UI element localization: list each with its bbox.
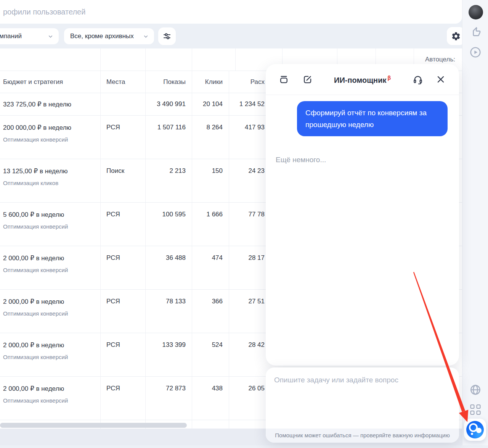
user-avatar[interactable] [469,5,483,19]
strategy-label: Оптимизация конверсий [3,354,96,360]
thumbs-up-icon[interactable] [469,26,482,38]
group-header-autogoal: Автоцель: [425,56,455,63]
column-divider [192,48,192,71]
user-message-bubble: Сформируй отчёт по конверсиям за прошедш… [297,101,448,136]
campaign-types-label: ы кампаний [0,32,22,40]
column-divider [145,71,146,429]
budget-value: 2 000,00 ₽ в неделю [3,385,96,393]
apps-grid-icon[interactable] [470,404,480,415]
places-cell: РСЯ [100,203,145,246]
assistant-title: ИИ-помощникβ [266,75,459,85]
column-divider [229,71,229,429]
strategy-label: Оптимизация кликов [3,180,96,186]
assistant-panel-header: ИИ-помощникβ [266,64,459,95]
strategy-label: Оптимизация конверсий [3,397,96,404]
assistant-input[interactable]: Опишите задачу или задайте вопрос [266,367,459,429]
yandex-direct-campaigns-page: рофили пользователей ы кампаний Все, кро… [0,0,488,448]
places-cell: РСЯ [100,333,145,376]
column-divider [192,71,192,429]
shows-cell: 72 873 [145,377,192,420]
clicks-cell: 524 [192,333,229,376]
places-cell: РСЯ [100,116,145,159]
assistant-status-text: Ещё немного... [276,156,326,164]
strategy-label: Оптимизация конверсий [3,310,96,317]
shows-cell: 36 488 [145,246,192,289]
clicks-cell: 1 666 [192,203,229,246]
budget-value: 323 725,00 ₽ в неделю [3,100,96,108]
shows-cell: 2 213 [145,159,192,202]
shows-cell: 1 507 116 [145,116,192,159]
sliders-icon [162,32,172,41]
budget-value: 2 000,00 ₽ в неделю [3,341,96,349]
column-divider [100,48,101,71]
budget-value: 5 600,00 ₽ в неделю [3,211,96,219]
close-icon[interactable] [436,74,446,84]
play-circle-icon[interactable] [469,46,482,58]
globe-icon[interactable] [469,384,481,396]
shows-cell: 100 595 [145,203,192,246]
places-cell: РСЯ [100,290,145,333]
column-divider [235,48,236,71]
column-header-shows[interactable]: Показы [145,71,192,93]
shows-cell: 78 133 [145,290,192,333]
campaign-types-dropdown[interactable]: ы кампаний [0,28,59,44]
clicks-cell: 438 [192,377,229,420]
chevron-down-icon [48,34,53,39]
budget-value: 2 000,00 ₽ в неделю [3,254,96,262]
column-divider [100,71,101,429]
budget-value: 13 125,00 ₽ в неделю [3,167,96,175]
places-cell [100,93,145,115]
gear-icon [451,31,461,41]
strategy-label: Оптимизация конверсий [3,223,96,230]
strategy-label: Оптимизация конверсий [3,267,96,273]
places-cell: Поиск [100,159,145,202]
assistant-disclaimer: Помощник может ошибаться — проверяйте ва… [266,429,459,443]
beta-badge: β [387,75,391,81]
archive-filter-dropdown[interactable]: Все, кроме архивных [64,28,154,44]
column-header-clicks[interactable]: Клики [192,71,229,93]
chevron-down-icon [143,34,149,39]
support-headset-icon[interactable] [413,74,423,85]
archive-filter-label: Все, кроме архивных [70,32,134,40]
horizontal-scrollbar[interactable] [0,423,187,428]
clicks-cell: 20 104 [192,93,229,115]
search-placeholder: рофили пользователей [3,8,85,16]
ai-assistant-button[interactable] [464,419,486,441]
places-cell: РСЯ [100,246,145,289]
shows-cell: 3 490 991 [145,93,192,115]
clicks-cell: 366 [192,290,229,333]
assistant-input-placeholder: Опишите задачу или задайте вопрос [274,376,398,384]
clicks-cell: 8 264 [192,116,229,159]
column-header-places[interactable]: Места [100,71,145,93]
right-sidebar [462,0,488,445]
clicks-cell: 474 [192,246,229,289]
shows-cell: 133 399 [145,333,192,376]
strategy-label: Оптимизация конверсий [3,136,96,143]
budget-value: 2 000,00 ₽ в неделю [3,298,96,306]
column-divider [145,48,146,71]
budget-value: 200 000,00 ₽ в неделю [3,124,96,132]
places-cell: РСЯ [100,377,145,420]
search-input[interactable]: рофили пользователей [0,0,462,24]
assistant-panel: ИИ-помощникβ Сформируй отчёт по конверси… [266,64,459,366]
clicks-cell: 150 [192,159,229,202]
assistant-input-card: Опишите задачу или задайте вопрос Помощн… [266,367,459,443]
filter-settings-button[interactable] [158,27,176,45]
column-header-budget[interactable]: Бюджет и стратегия [0,71,100,93]
ai-assistant-logo-icon [466,421,484,438]
